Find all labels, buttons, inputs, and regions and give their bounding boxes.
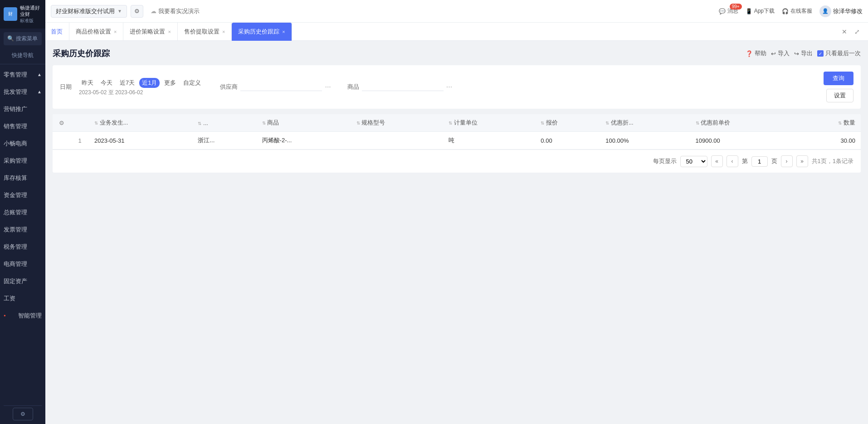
date-btn-custom[interactable]: 自定义 bbox=[180, 78, 204, 88]
sidebar-item-smart[interactable]: 智能管理 bbox=[0, 307, 45, 324]
sidebar-item-tax[interactable]: 税务管理 bbox=[0, 238, 45, 255]
row-num-cell: 1 bbox=[71, 132, 89, 149]
messages-button[interactable]: 💬 消息 99+ bbox=[719, 7, 738, 15]
tab-price-close[interactable]: × bbox=[114, 29, 117, 34]
tab-bar: 首页 商品价格设置 × 进价策略设置 × 售价提取设置 × 采购历史价跟踪 × … bbox=[45, 23, 868, 41]
goods-dots-button[interactable]: ··· bbox=[446, 83, 452, 91]
user-menu[interactable]: 👤 徐泽华修改 bbox=[819, 5, 863, 17]
row-before-price-cell: 10900.00 bbox=[690, 132, 796, 149]
tab-home[interactable]: 首页 bbox=[51, 23, 69, 41]
sidebar-quicknav[interactable]: 快捷导航 bbox=[0, 49, 45, 62]
close-tab-button[interactable]: ✕ bbox=[839, 26, 850, 37]
col-discount[interactable]: ⇅ 优惠折... bbox=[600, 114, 690, 132]
search-menu-button[interactable]: 🔍 搜索菜单 bbox=[4, 32, 42, 45]
tab-sale-price[interactable]: 售价提取设置 × bbox=[178, 23, 232, 41]
query-button[interactable]: 查询 bbox=[824, 72, 853, 85]
col-extra[interactable]: ⇅ ... bbox=[192, 114, 256, 132]
data-table: ⚙ ⇅ 业务发生... ⇅ ... bbox=[53, 114, 861, 149]
page-title: 采购历史价跟踪 bbox=[53, 48, 110, 59]
sidebar-search[interactable]: 🔍 搜索菜单 bbox=[0, 29, 45, 49]
checkbox-icon: ✓ bbox=[817, 50, 824, 57]
help-button[interactable]: ❓ 帮助 bbox=[746, 49, 766, 58]
tab-strategy-close[interactable]: × bbox=[168, 29, 171, 34]
col-unit[interactable]: ⇅ 计量单位 bbox=[443, 114, 535, 132]
sidebar-item-purchase[interactable]: 采购管理 bbox=[0, 152, 45, 169]
page-label: 第 bbox=[742, 157, 748, 165]
expand-tab-button[interactable]: ⤢ bbox=[852, 26, 863, 37]
supplier-dots-button[interactable]: ··· bbox=[325, 83, 331, 91]
last-page-button[interactable]: » bbox=[796, 155, 808, 167]
sidebar-item-finance[interactable]: 资金管理 bbox=[0, 187, 45, 204]
page-unit: 页 bbox=[771, 157, 777, 165]
tab-history[interactable]: 采购历史价跟踪 × bbox=[232, 23, 292, 41]
first-page-button[interactable]: « bbox=[711, 155, 723, 167]
tab-strategy[interactable]: 进价策略设置 × bbox=[123, 23, 177, 41]
app-download-button[interactable]: 📱 App下载 bbox=[746, 7, 775, 15]
version-selector[interactable]: 好业财标准版交付试用 ▼ bbox=[51, 5, 127, 18]
topbar-actions: 💬 消息 99+ 📱 App下载 🎧 在线客服 👤 徐泽华修改 bbox=[719, 5, 863, 17]
sidebar-settings-button[interactable]: ⚙ bbox=[13, 408, 33, 420]
col-spec[interactable]: ⇅ 规格型号 bbox=[351, 114, 443, 132]
date-filter-label: 日期 bbox=[60, 83, 72, 91]
sidebar-item-ecom-small[interactable]: 小畅电商 bbox=[0, 135, 45, 152]
tab-sale-price-close[interactable]: × bbox=[222, 29, 225, 34]
sidebar-item-sales[interactable]: 销售管理 bbox=[0, 118, 45, 135]
tab-history-close[interactable]: × bbox=[282, 29, 285, 34]
sidebar-item-invoice[interactable]: 发票管理 bbox=[0, 221, 45, 238]
col-settings-icon[interactable]: ⚙ bbox=[59, 120, 64, 126]
topbar: 好业财标准版交付试用 ▼ ⚙ ☁ 我要看实况演示 💬 消息 99+ 📱 App下… bbox=[45, 0, 868, 23]
sidebar-item-payroll[interactable]: 工资 bbox=[0, 290, 45, 307]
logo-icon: 财 bbox=[4, 7, 17, 21]
export-icon: ↪ bbox=[794, 50, 799, 57]
date-btn-more[interactable]: 更多 bbox=[161, 78, 179, 88]
prev-page-button[interactable]: ‹ bbox=[727, 155, 738, 167]
goods-input[interactable] bbox=[362, 83, 444, 91]
col-spec-sort: ⇅ bbox=[356, 120, 360, 125]
demo-button[interactable]: ☁ 我要看实况演示 bbox=[151, 7, 200, 15]
col-before-price[interactable]: ⇅ 优惠前单价 bbox=[690, 114, 796, 132]
filter-row: 日期 昨天 今天 近7天 近1月 更多 自定义 2023-05-02 至 202… bbox=[60, 72, 853, 102]
sidebar-item-ledger[interactable]: 总账管理 bbox=[0, 204, 45, 221]
col-date[interactable]: ⇅ 业务发生... bbox=[89, 114, 192, 132]
col-price[interactable]: ⇅ 报价 bbox=[535, 114, 600, 132]
table-header-row: ⚙ ⇅ 业务发生... ⇅ ... bbox=[53, 114, 861, 132]
sidebar-item-wholesale[interactable]: 批发管理 ▲ bbox=[0, 83, 45, 101]
page-size-select[interactable]: 50 10 20 100 bbox=[680, 156, 707, 167]
avatar: 👤 bbox=[819, 5, 831, 17]
sidebar-item-marketing[interactable]: 营销推广 bbox=[0, 101, 45, 118]
date-btn-today[interactable]: 今天 bbox=[98, 78, 115, 88]
topbar-gear-button[interactable]: ⚙ bbox=[131, 5, 143, 18]
version-label: 好业财标准版交付试用 bbox=[56, 7, 115, 15]
sidebar-item-retail[interactable]: 零售管理 ▲ bbox=[0, 66, 45, 83]
messages-badge: 99+ bbox=[730, 4, 742, 10]
sidebar-bottom: ⚙ bbox=[0, 400, 45, 424]
tab-price[interactable]: 商品价格设置 × bbox=[69, 23, 123, 41]
supplier-filter: 供应商 ··· bbox=[220, 83, 331, 91]
date-btn-7days[interactable]: 近7天 bbox=[117, 78, 137, 88]
filter-settings-button[interactable]: 设置 bbox=[826, 89, 853, 102]
export-button[interactable]: ↪ 导出 bbox=[794, 49, 813, 58]
next-page-button[interactable]: › bbox=[781, 155, 793, 167]
table-container: ⚙ ⇅ 业务发生... ⇅ ... bbox=[53, 114, 861, 173]
online-service-button[interactable]: 🎧 在线客服 bbox=[782, 7, 812, 15]
import-button[interactable]: ↩ 导入 bbox=[771, 49, 790, 58]
page-size-label: 每页显示 bbox=[653, 157, 677, 165]
row-discount-cell: 100.00% bbox=[600, 132, 690, 149]
date-btn-1month[interactable]: 近1月 bbox=[139, 78, 160, 88]
col-goods[interactable]: ⇅ 商品 bbox=[257, 114, 351, 132]
row-goods-cell: 丙烯酸-2-... bbox=[257, 132, 351, 149]
sidebar-item-fixed[interactable]: 固定资产 bbox=[0, 273, 45, 290]
last-only-checkbox[interactable]: ✓ 只看最后一次 bbox=[817, 49, 861, 58]
col-qty[interactable]: ⇅ 数量 bbox=[796, 114, 861, 132]
sort-icon: ⇅ bbox=[94, 120, 98, 125]
import-icon: ↩ bbox=[771, 50, 776, 57]
sidebar-item-inventory[interactable]: 库存核算 bbox=[0, 169, 45, 187]
supplier-input[interactable] bbox=[240, 83, 322, 91]
supplier-label: 供应商 bbox=[220, 83, 238, 91]
date-btn-yesterday[interactable]: 昨天 bbox=[79, 78, 96, 88]
sidebar-item-ecom[interactable]: 电商管理 bbox=[0, 255, 45, 273]
pagination: 每页显示 50 10 20 100 « ‹ 第 页 › » 共1页，1条记录 bbox=[53, 149, 861, 173]
col-before-price-sort: ⇅ bbox=[696, 120, 699, 125]
col-goods-sort: ⇅ bbox=[262, 120, 266, 125]
page-number-input[interactable] bbox=[751, 156, 768, 167]
